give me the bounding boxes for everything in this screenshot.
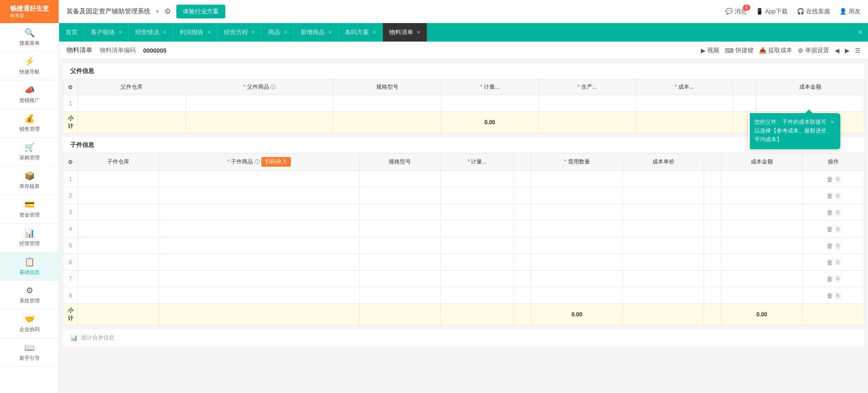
child-row-2-cost-unit[interactable] [623, 187, 704, 204]
online-service-button[interactable]: 🎧 在线客服 [797, 7, 830, 16]
child-row-2-warehouse[interactable] [78, 187, 159, 204]
delete-icon-2[interactable]: 🗑 [826, 192, 833, 200]
copy-icon-2[interactable]: ⎘ [836, 192, 840, 200]
child-row-8-needed-qty[interactable] [531, 287, 623, 304]
sidebar-item-finance[interactable]: 💳 资金管理 [0, 195, 59, 224]
child-row-4-cost-unit[interactable] [623, 221, 704, 237]
child-row-6-needed-qty[interactable] [531, 254, 623, 271]
sidebar-item-marketing[interactable]: 📣 营销推广 [0, 80, 59, 109]
nav-next-button[interactable]: ▶ [845, 47, 850, 54]
delete-icon-6[interactable]: 🗑 [826, 259, 833, 266]
parent-row-1-qty-unit[interactable] [441, 95, 538, 112]
parent-row-1-production[interactable] [538, 95, 636, 112]
grid-view-button[interactable]: ☰ [855, 47, 861, 54]
child-row-7-product[interactable] [159, 271, 359, 287]
tab-operations-status[interactable]: 经营情况 × [129, 23, 173, 42]
child-row-7-warehouse[interactable] [78, 271, 159, 287]
copy-icon-4[interactable]: ⎘ [836, 225, 840, 233]
tab-history[interactable]: 经营历程 × [217, 23, 262, 42]
tab-new-products-close[interactable]: × [328, 29, 332, 36]
parent-row-1-warehouse[interactable] [78, 95, 186, 112]
parent-row-1-spec[interactable] [333, 95, 441, 112]
child-row-1-qty-unit[interactable] [440, 171, 514, 187]
copy-icon-1[interactable]: ⎘ [836, 175, 840, 183]
child-row-8-warehouse[interactable] [78, 287, 159, 304]
child-row-4-needed-qty[interactable] [531, 221, 623, 237]
tab-home[interactable]: 首页 [59, 23, 84, 42]
delete-icon-8[interactable]: 🗑 [826, 292, 833, 299]
copy-icon-6[interactable]: ⎘ [836, 259, 840, 266]
copy-icon-8[interactable]: ⎘ [836, 292, 840, 299]
sidebar-item-inventory[interactable]: 📦 库存核算 [0, 166, 59, 195]
sidebar-item-quick-nav[interactable]: ⚡ 快捷导航 [0, 52, 59, 80]
child-row-3-spec[interactable] [359, 204, 440, 221]
parent-row-1-product[interactable] [186, 95, 333, 112]
sidebar-item-system[interactable]: ⚙ 系统管理 [0, 281, 59, 309]
child-row-1-cost-unit[interactable] [623, 171, 704, 187]
child-row-7-needed-qty[interactable] [531, 271, 623, 287]
delete-icon-4[interactable]: 🗑 [826, 225, 833, 233]
th-settings[interactable]: ⚙ [63, 79, 78, 95]
tab-profit-close[interactable]: × [207, 29, 211, 36]
child-row-7-qty-unit[interactable] [440, 271, 514, 287]
trial-button[interactable]: 体验行业方案 [176, 5, 225, 18]
tab-customer[interactable]: 客户联络 × [84, 23, 129, 42]
tab-close-all[interactable]: × [853, 28, 868, 36]
child-row-4-qty-unit[interactable] [440, 221, 514, 237]
view-button[interactable]: ▶ 视频 [701, 46, 719, 54]
copy-icon-3[interactable]: ⎘ [836, 209, 840, 216]
shortcut-button[interactable]: ⌨ 快捷键 [725, 46, 753, 54]
child-row-6-product[interactable] [159, 254, 359, 271]
child-row-5-spec[interactable] [359, 237, 440, 254]
child-row-7-cost-unit[interactable] [623, 271, 704, 287]
tab-operations-status-close[interactable]: × [163, 29, 166, 36]
tab-barcode-close[interactable]: × [373, 29, 376, 36]
child-row-1-needed-qty[interactable] [531, 171, 623, 187]
dropdown-arrow-icon[interactable]: ▾ [156, 8, 159, 15]
tab-customer-close[interactable]: × [119, 29, 122, 36]
child-row-1-warehouse[interactable] [78, 171, 159, 187]
child-row-7-spec[interactable] [359, 271, 440, 287]
child-row-6-cost-unit[interactable] [623, 254, 704, 271]
tooltip-close-button[interactable]: × [831, 118, 834, 127]
gear-icon[interactable]: ⚙ [164, 7, 171, 16]
tab-bom[interactable]: 物料清单 × [383, 23, 427, 42]
child-row-6-qty-unit[interactable] [440, 254, 514, 271]
copy-icon-5[interactable]: ⎘ [836, 242, 840, 249]
child-row-5-warehouse[interactable] [78, 237, 159, 254]
child-row-4-product[interactable] [159, 221, 359, 237]
child-row-4-spec[interactable] [359, 221, 440, 237]
child-row-5-cost-unit[interactable] [623, 237, 704, 254]
child-row-5-product[interactable] [159, 237, 359, 254]
tab-barcode[interactable]: 条码方案 × [338, 23, 383, 42]
child-row-5-needed-qty[interactable] [531, 237, 623, 254]
tab-bom-close[interactable]: × [417, 29, 420, 36]
delete-icon-7[interactable]: 🗑 [826, 275, 833, 283]
child-row-8-spec[interactable] [359, 287, 440, 304]
child-th-settings[interactable]: ⚙ [63, 153, 78, 171]
child-row-3-needed-qty[interactable] [531, 204, 623, 221]
tab-history-close[interactable]: × [252, 29, 255, 36]
tab-products[interactable]: 商品 × [262, 23, 294, 42]
delete-icon-1[interactable]: 🗑 [826, 175, 833, 183]
sidebar-item-search[interactable]: 🔍 搜索菜单 [0, 23, 59, 52]
child-row-2-spec[interactable] [359, 187, 440, 204]
sidebar-item-cooperation[interactable]: 🤝 企业协同 [0, 309, 59, 338]
child-row-2-qty-unit[interactable] [440, 187, 514, 204]
tab-products-close[interactable]: × [284, 29, 287, 36]
child-row-3-qty-unit[interactable] [440, 204, 514, 221]
sidebar-item-guide[interactable]: 📖 新手引导 [0, 338, 59, 367]
delete-icon-3[interactable]: 🗑 [826, 209, 833, 216]
child-row-8-cost-unit[interactable] [623, 287, 704, 304]
tab-new-products[interactable]: 新增商品 × [294, 23, 338, 42]
sidebar-item-purchase[interactable]: 🛒 采购管理 [0, 138, 59, 166]
delete-icon-5[interactable]: 🗑 [826, 242, 833, 249]
sidebar-item-basic-info[interactable]: 📋 基础信息 [0, 252, 59, 281]
scan-input-button[interactable]: 扫码录入 [261, 157, 291, 167]
child-row-3-product[interactable] [159, 204, 359, 221]
sidebar-item-operations[interactable]: 📊 经营管理 [0, 224, 59, 252]
child-row-3-cost-unit[interactable] [623, 204, 704, 221]
child-row-2-needed-qty[interactable] [531, 187, 623, 204]
child-row-6-warehouse[interactable] [78, 254, 159, 271]
extract-cost-button[interactable]: 📥 提取成本 [759, 46, 792, 54]
